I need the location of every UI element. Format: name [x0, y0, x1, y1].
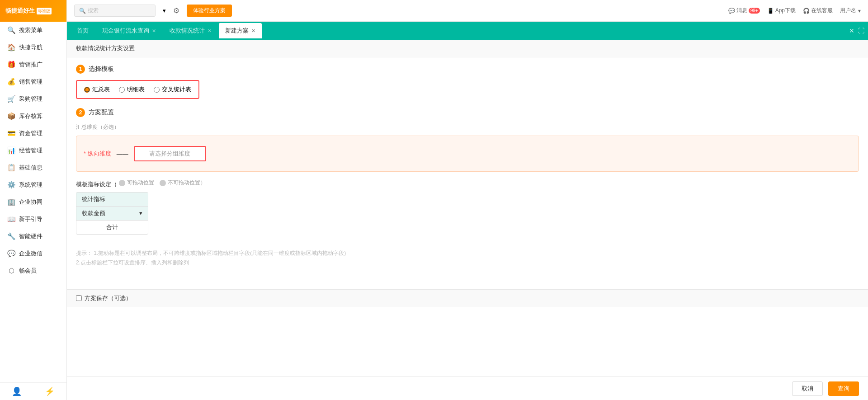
member-icon: ⬡: [7, 267, 15, 275]
radio-summary-label: 汇总表: [92, 85, 110, 94]
col-dropdown-icon: ▾: [139, 210, 142, 216]
user-menu[interactable]: 用户名 ▾: [840, 7, 861, 14]
sidebar-item-label: 系统管理: [19, 181, 42, 189]
main-area: 🔍 搜索 ▾ ⚙ 体验行业方案 💬 消息 99+ 📱 App下载 🎧 在线客服 …: [67, 0, 868, 400]
save-plan-input[interactable]: [76, 295, 82, 301]
tab-close-new-plan[interactable]: ✕: [251, 28, 255, 34]
radio-summary-input[interactable]: [84, 87, 90, 93]
dim-section: 汇总维度（必选） * 纵向维度 —— 请选择分组维度: [76, 123, 859, 172]
section-num-1: 1: [76, 65, 85, 74]
finance-icon: 💳: [7, 129, 15, 137]
sidebar-item-purchase[interactable]: 🛒采购管理: [0, 90, 66, 108]
sidebar-logo-text: 畅捷通好生: [5, 7, 35, 15]
sidebar-bottom: 👤 ⚡: [0, 382, 66, 400]
industry-btn[interactable]: 体验行业方案: [187, 5, 232, 17]
close-all-icon[interactable]: ✕: [849, 27, 854, 34]
sidebar-item-label: 智能硬件: [19, 232, 42, 240]
section-template-label: 选择模板: [89, 65, 114, 73]
sidebar-item-guide[interactable]: 📖新手引导: [0, 211, 66, 228]
sidebar-item-hardware[interactable]: 🔧智能硬件: [0, 228, 66, 245]
search-icon: 🔍: [79, 8, 86, 14]
content-area: 收款情况统计方案设置 1 选择模板 汇总表: [67, 40, 868, 376]
quick-nav-icon: 🏠: [7, 43, 15, 52]
operation-icon: 📊: [7, 146, 15, 155]
maximize-icon[interactable]: ⛶: [858, 27, 864, 34]
radio-cross[interactable]: 交叉统计表: [154, 85, 191, 94]
tabbar-right: ✕ ⛶: [849, 27, 864, 34]
dim-arrow-icon: ——: [117, 151, 128, 157]
sidebar-item-label: 快捷导航: [19, 43, 42, 52]
inventory-icon: 📦: [7, 112, 15, 120]
message-icon: 💬: [728, 8, 735, 14]
sidebar-item-system[interactable]: ⚙️系统管理: [0, 176, 66, 193]
topbar-right: 💬 消息 99+ 📱 App下载 🎧 在线客服 用户名 ▾: [728, 7, 861, 14]
wechat-icon: 💬: [7, 249, 15, 258]
sidebar-item-label: 库存核算: [19, 112, 42, 120]
radio-cross-label: 交叉统计表: [162, 85, 191, 94]
save-plan-checkbox[interactable]: 方案保存（可选）: [76, 294, 132, 302]
topbar-search-box[interactable]: 🔍 搜索: [74, 5, 156, 17]
tab-receipt-stat[interactable]: 收款情况统计✕: [163, 23, 218, 38]
sidebar-item-marketing[interactable]: 🎁营销推广: [0, 56, 66, 73]
tab-label-bank-flow: 现金银行流水查询: [102, 27, 149, 35]
sidebar-item-finance[interactable]: 💳资金管理: [0, 125, 66, 142]
radio-group-template: 汇总表 明细表 交叉统计表: [84, 85, 191, 94]
radio-summary[interactable]: 汇总表: [84, 85, 110, 94]
sidebar-item-label: 企业微信: [19, 249, 42, 258]
radio-cross-input[interactable]: [154, 87, 160, 93]
dim-placeholder[interactable]: 请选择分组维度: [134, 146, 206, 161]
sidebar-item-inventory[interactable]: 📦库存核算: [0, 108, 66, 125]
tab-close-bank-flow[interactable]: ✕: [152, 28, 156, 34]
service-icon: 🎧: [803, 8, 810, 14]
tab-bank-flow[interactable]: 现金银行流水查询✕: [96, 23, 162, 38]
query-button[interactable]: 查询: [828, 381, 859, 396]
section-template: 1 选择模板 汇总表 明细表: [76, 65, 859, 99]
service-btn[interactable]: 🎧 在线客服: [803, 7, 833, 14]
tab-home[interactable]: 首页: [71, 23, 95, 38]
sidebar-item-quick-nav[interactable]: 🏠快捷导航: [0, 39, 66, 56]
message-badge: 99+: [749, 8, 760, 14]
sidebar-item-enterprise[interactable]: 🏢企业协同: [0, 193, 66, 211]
enterprise-icon: 🏢: [7, 198, 15, 206]
tip-2: 2.点击标题栏下拉可设置排序、插入列和删除列: [76, 259, 859, 267]
tab-label-home: 首页: [77, 27, 89, 35]
sidebar-item-search-menu[interactable]: 🔍搜索菜单: [0, 22, 66, 39]
sidebar-item-operation[interactable]: 📊经营管理: [0, 142, 66, 159]
section-config-title: 2 方案配置: [76, 108, 859, 117]
sidebar-item-wechat[interactable]: 💬企业微信: [0, 245, 66, 262]
user-name: 用户名: [840, 7, 856, 14]
download-btn[interactable]: 📱 App下载: [767, 7, 796, 14]
hardware-icon: 🔧: [7, 232, 15, 240]
sidebar-item-basic-info[interactable]: 📋基础信息: [0, 159, 66, 176]
sidebar-logo-badge: 标准版: [37, 8, 52, 14]
sidebar-item-label: 销售管理: [19, 78, 42, 86]
topbar-dropdown[interactable]: ▾: [163, 7, 166, 14]
sidebar-logo: 畅捷通好生 标准版: [0, 0, 66, 22]
sidebar-item-sales[interactable]: 💰销售管理: [0, 73, 66, 90]
search-menu-icon: 🔍: [7, 26, 15, 34]
save-plan-label: 方案保存（可选）: [85, 294, 132, 302]
gear-icon[interactable]: ⚙: [173, 6, 179, 15]
indicator-col-header[interactable]: 收款金额 ▾: [76, 207, 148, 221]
radio-detail[interactable]: 明细表: [119, 85, 145, 94]
radio-detail-input[interactable]: [119, 87, 125, 93]
sidebar-bottom-icon1[interactable]: 👤: [12, 386, 22, 396]
sidebar: 畅捷通好生 标准版 🔍搜索菜单🏠快捷导航🎁营销推广💰销售管理🛒采购管理📦库存核算…: [0, 0, 67, 400]
action-bar: 取消 查询: [67, 376, 868, 400]
tab-new-plan[interactable]: 新建方案✕: [219, 23, 262, 38]
sidebar-item-member[interactable]: ⬡畅会员: [0, 262, 66, 279]
sidebar-bottom-icon2[interactable]: ⚡: [45, 386, 55, 396]
marketing-icon: 🎁: [7, 61, 15, 69]
cancel-button[interactable]: 取消: [792, 381, 823, 396]
sidebar-item-label: 企业协同: [19, 198, 42, 206]
draggable-indicator: [119, 180, 125, 186]
tab-close-receipt-stat[interactable]: ✕: [208, 28, 212, 34]
topbar: 🔍 搜索 ▾ ⚙ 体验行业方案 💬 消息 99+ 📱 App下载 🎧 在线客服 …: [67, 0, 868, 22]
page-title: 收款情况统计方案设置: [76, 45, 135, 52]
dim-row: * 纵向维度 —— 请选择分组维度: [84, 146, 206, 161]
sidebar-items: 🔍搜索菜单🏠快捷导航🎁营销推广💰销售管理🛒采购管理📦库存核算💳资金管理📊经营管理…: [0, 22, 66, 279]
message-btn[interactable]: 💬 消息 99+: [728, 7, 760, 14]
sidebar-item-label: 新手引导: [19, 215, 42, 223]
page-header: 收款情况统计方案设置: [67, 40, 868, 57]
dim-table-area: * 纵向维度 —— 请选择分组维度: [76, 136, 859, 172]
